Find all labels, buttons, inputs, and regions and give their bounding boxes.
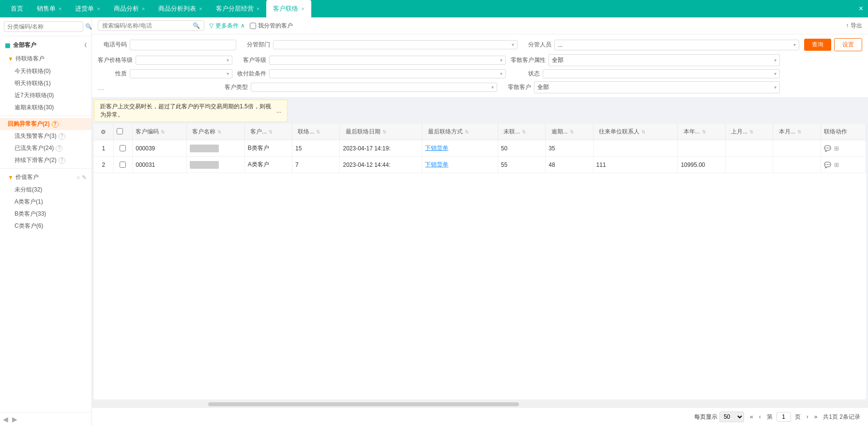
pay-cond-select[interactable]: ▾ [269,69,506,78]
nav-item-segmentation[interactable]: 客户分层经营 × [209,0,266,17]
action-more-icon[interactable]: ⊞ [834,162,839,168]
close-all-button[interactable]: × [859,4,863,13]
sidebar-item-abnormal[interactable]: 回购异常客户(2) ? [0,118,91,130]
sidebar-value-group[interactable]: ▼ 价值客户 ○ ✎ [0,171,91,184]
sort-icon[interactable]: ⇅ [161,129,165,134]
nav-item-home[interactable]: 首页 [4,0,30,17]
close-icon[interactable]: × [301,6,304,12]
table-header-row: ⚙ 客户编码 ⇅ : [94,124,866,140]
sidebar-item-declining[interactable]: 持续下滑客户(2) ? [0,154,91,166]
close-icon[interactable]: × [199,6,202,12]
cust-type-select[interactable]: ▾ [251,83,497,92]
row-overdue: 48 [546,157,593,173]
page-input[interactable] [777,412,791,422]
sidebar-item-tomorrow[interactable]: 明天待联络(1) [0,77,91,89]
per-page-select[interactable]: 50 10 20 100 [719,411,744,422]
sidebar-item-a-class[interactable]: A类客户(1) [0,196,91,208]
sidebar-item-loss-warning[interactable]: 流失预警客户(3) ? [0,130,91,142]
search-input[interactable] [102,22,191,29]
gender-select[interactable]: ▾ [130,69,232,78]
sort-icon[interactable]: ⇅ [522,129,526,134]
sidebar-item-ungrouped[interactable]: 未分组(32) [0,184,91,196]
sidebar-item-today[interactable]: 今天待联络(0) [0,65,91,77]
last-page-btn[interactable]: » [812,412,820,421]
sort-icon[interactable]: ⇅ [269,129,273,134]
action-chat-icon[interactable]: 💬 [824,162,831,168]
status-select[interactable]: ▾ [543,69,780,78]
dept-select[interactable]: ▾ [273,40,518,49]
sort-icon[interactable]: ⇅ [749,129,753,134]
first-page-btn[interactable]: « [748,412,755,421]
nav-item-sales[interactable]: 销售单 × [30,0,68,17]
settings-icon[interactable]: ⚙ [101,129,106,135]
person-label: 分管人员 [522,41,551,49]
sidebar-item-overdue[interactable]: 逾期未联络(30) [0,102,91,114]
setting-button[interactable]: 设置 [834,38,862,51]
close-icon[interactable]: × [97,6,100,12]
row-checkbox[interactable] [120,162,126,168]
prev-page-btn[interactable]: ‹ [757,412,763,421]
sidebar-search-input[interactable] [4,21,83,32]
action-more-icon[interactable]: ⊞ [834,145,839,152]
last-contact-link[interactable]: 下销货单 [425,145,448,151]
price-grade-select[interactable]: ▾ [136,56,232,65]
search-icon[interactable]: 🔍 [193,22,200,29]
sort-icon[interactable]: ⇅ [382,129,386,134]
nav-item-purchase[interactable]: 进货单 × [68,0,107,17]
sort-icon[interactable]: ⇅ [217,129,221,134]
sort-icon[interactable]: ⇅ [316,129,320,134]
grid-icon: ▦ [5,42,10,49]
action-chat-icon[interactable]: 💬 [824,145,831,152]
gender-field: 性质 ▾ [98,69,232,78]
retail-cust-select[interactable]: 全部 ▾ [534,81,780,93]
next-page-btn[interactable]: › [805,412,810,421]
last-contact-link[interactable]: 下销货单 [425,161,448,168]
dots-icon[interactable]: ... [98,83,104,92]
collapse-icon[interactable]: 《 [82,42,87,49]
left-arrow-icon[interactable]: ◀ [2,414,9,424]
sort-icon[interactable]: ⇅ [702,129,706,134]
sidebar-item-lost[interactable]: 已流失客户(24) ? [0,142,91,154]
my-customers-checkbox[interactable] [250,23,256,29]
nav-item-analysis-list[interactable]: 商品分析列表 × [152,0,209,17]
search-icon[interactable]: 🔍 [85,23,92,30]
sidebar-item-c-class[interactable]: C类客户(6) [0,220,91,232]
total-pages-label: 页 [793,412,803,422]
query-button[interactable]: 查询 [804,39,831,51]
sidebar-item-b-class[interactable]: B类客户(33) [0,208,91,220]
sort-icon[interactable]: ⇅ [797,129,801,134]
nav-item-analysis[interactable]: 商品分析 × [107,0,152,17]
more-conditions-btn[interactable]: ▽ 更多条件 ∧ [209,22,245,30]
row-action: 💬 ⊞ [821,157,866,173]
right-arrow-icon[interactable]: ▶ [11,414,18,424]
edit-icon[interactable]: ✎ [82,174,87,181]
sort-icon[interactable]: ⇅ [570,129,574,134]
sort-icon[interactable]: ⇅ [641,129,645,134]
retail-cust-value: 全部 [537,83,549,91]
tooltip-bar: 距客户上次交易时长，超过了此客户的平均交易周期的1.5倍，则视为异常。 ... [94,100,288,122]
help-icon[interactable]: ? [59,157,65,164]
select-all-checkbox[interactable] [117,128,123,134]
retail-attr-select[interactable]: 全部 ▾ [548,54,780,66]
circle-icon[interactable]: ○ [76,174,80,181]
nav-item-contact[interactable]: 客户联络 × [266,0,311,17]
sidebar-pending-group[interactable]: ▼ 待联络客户 [0,52,91,65]
help-icon[interactable]: ? [59,133,65,140]
close-icon[interactable]: × [142,6,145,12]
help-icon[interactable]: ? [52,121,59,128]
close-icon[interactable]: × [257,6,259,12]
sidebar-item-7days[interactable]: 近7天待联络(0) [0,89,91,102]
person-select[interactable]: ... ▾ [554,40,799,50]
help-icon[interactable]: ? [56,145,62,152]
sort-icon[interactable]: ⇅ [465,129,469,134]
scroll-thumb[interactable] [208,402,518,406]
tooltip-more-icon[interactable]: ... [276,107,281,114]
horizontal-scrollbar[interactable] [92,401,868,407]
row-checkbox[interactable] [120,145,126,151]
sidebar-all-customers[interactable]: ▦ 全部客户 《 [0,38,91,52]
close-icon[interactable]: × [59,6,61,12]
grade-select[interactable]: ▾ [269,56,506,65]
export-btn[interactable]: ↑ 导出 [846,22,862,30]
pay-cond-field: 收付款条件 ▾ [237,69,506,78]
phone-input[interactable] [130,40,236,50]
